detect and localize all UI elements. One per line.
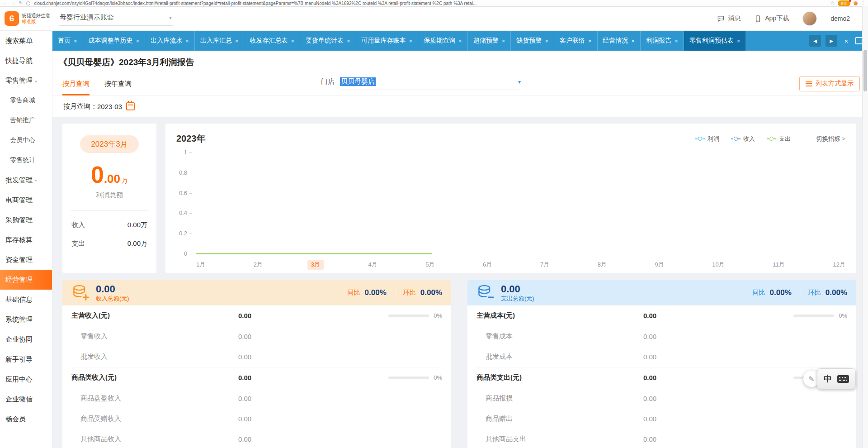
list-display-toggle-button[interactable]: 列表方式显示 xyxy=(799,76,860,91)
store-select-value: 贝贝母婴店 xyxy=(340,77,376,86)
messages-button[interactable]: 消息 xyxy=(717,14,741,23)
sidebar-item-0[interactable]: 搜索菜单 xyxy=(0,31,52,51)
summary-income-value: 0.00万 xyxy=(127,221,147,229)
page-tab[interactable]: 收发存汇总表 × xyxy=(244,31,300,51)
chevron-down-icon: ▾ xyxy=(169,14,172,21)
sidebar-item-9[interactable]: 采购管理 xyxy=(0,210,52,230)
browser-refresh-icon[interactable]: ↻ xyxy=(19,1,23,5)
page-tab[interactable]: 出入库汇总 × xyxy=(195,31,245,51)
calendar-icon[interactable] xyxy=(126,102,135,110)
tab-close-icon[interactable]: × xyxy=(185,38,189,44)
sidebar-item-4[interactable]: 营销推广 xyxy=(0,110,52,130)
row-value: 0.00 xyxy=(643,333,847,340)
row-label: 主营收入(元) xyxy=(71,311,238,320)
tab-close-icon[interactable]: × xyxy=(588,38,592,44)
site-info-icon[interactable] xyxy=(26,1,30,5)
x-axis-label: 1月 xyxy=(196,260,205,270)
sidebar-item-13[interactable]: 基础信息 xyxy=(0,290,52,310)
sidebar-item-19[interactable]: 畅会员 xyxy=(0,409,52,429)
page-tab[interactable]: 超储预警 × xyxy=(468,31,511,51)
legend-item[interactable]: 支出 xyxy=(767,135,791,143)
sidebar-item-label: 搜索菜单 xyxy=(5,37,33,45)
tab-scroll-right-button[interactable]: ▶ xyxy=(826,35,837,47)
keyboard-icon[interactable] xyxy=(837,375,849,383)
tab-close-icon[interactable]: × xyxy=(291,38,294,44)
scrollbar-thumb[interactable] xyxy=(863,50,867,91)
legend-item[interactable]: 利润 xyxy=(695,135,719,143)
browser-forward-icon[interactable]: → xyxy=(11,1,15,5)
query-tab-yearly[interactable]: 按年查询 xyxy=(104,72,132,95)
ime-toolbar[interactable]: 中 xyxy=(817,368,856,389)
tab-close-icon[interactable]: × xyxy=(235,38,239,44)
x-axis-label: 3月 xyxy=(307,260,324,270)
page-tab[interactable]: 可用量库存账本 × xyxy=(356,31,419,51)
page-tab[interactable]: 利润报告 × xyxy=(641,31,684,51)
fullscreen-icon[interactable] xyxy=(855,37,863,44)
sidebar-item-5[interactable]: 会员中心 xyxy=(0,130,52,150)
browser-menu-icon[interactable]: ⋮ xyxy=(861,1,865,5)
query-tab-monthly[interactable]: 按月查询 xyxy=(62,72,90,95)
page-tab[interactable]: 缺货预警 × xyxy=(511,31,554,51)
sidebar-item-2[interactable]: 零售管理 ▴ xyxy=(0,71,52,91)
sidebar-item-18[interactable]: 企业微信 xyxy=(0,389,52,409)
bookmark-star-icon[interactable]: ☆ xyxy=(830,1,835,5)
page-tab[interactable]: 零售利润预估表 × xyxy=(684,31,746,51)
tab-close-icon[interactable]: × xyxy=(545,38,548,44)
row-label: 商品类支出(元) xyxy=(476,373,643,382)
sidebar-item-6[interactable]: 零售统计 xyxy=(0,150,52,170)
page-tab[interactable]: 客户联络 × xyxy=(554,31,598,51)
store-select[interactable]: 贝贝母婴店 ▾ xyxy=(340,77,521,90)
page-scrollbar[interactable] xyxy=(862,6,868,448)
sidebar-item-7[interactable]: 批发管理 ▾ xyxy=(0,170,52,190)
sidebar-item-14[interactable]: 系统管理 xyxy=(0,310,52,329)
tab-close-icon[interactable]: × xyxy=(136,38,140,44)
page-tab[interactable]: 成本调整单历史 × xyxy=(83,31,146,51)
sidebar-item-12[interactable]: 经营管理 xyxy=(0,270,52,290)
browser-profile-avatar[interactable] xyxy=(854,1,858,5)
sidebar-item-label: 电商管理 xyxy=(5,196,33,205)
x-axis-label: 5月 xyxy=(425,260,434,270)
address-bar[interactable]: cloud.chanjet.com/nsy/d4Goi74daqxn/iole3… xyxy=(34,1,827,6)
sidebar-item-10[interactable]: 库存核算 xyxy=(0,230,52,250)
sidebar-item-1[interactable]: 快捷导航 xyxy=(0,51,52,71)
tab-close-icon[interactable]: × xyxy=(502,38,505,44)
tab-scroll-left-button[interactable]: ◀ xyxy=(809,35,821,47)
chevron-down-icon: ▾ xyxy=(518,79,521,85)
user-avatar[interactable] xyxy=(802,11,817,26)
sidebar-item-label: 企业微信 xyxy=(5,395,33,404)
tab-close-icon[interactable]: × xyxy=(74,38,77,44)
chevron-right-icon: > xyxy=(842,135,845,142)
page-tab-label: 保质期查询 xyxy=(424,37,455,45)
page-tab[interactable]: 首页 × xyxy=(52,31,83,51)
tab-close-icon[interactable]: × xyxy=(409,38,413,44)
account-select[interactable]: 母婴行业演示账套 ▾ xyxy=(59,11,173,26)
sidebar-item-label: 零售管理 xyxy=(5,76,33,85)
tab-close-icon[interactable]: × xyxy=(347,38,350,44)
sidebar-item-label: 零售统计 xyxy=(10,156,35,164)
page-tab-label: 收发存汇总表 xyxy=(250,37,288,45)
sidebar-item-15[interactable]: 企业协同 xyxy=(0,329,52,349)
sidebar-item-8[interactable]: 电商管理 xyxy=(0,190,52,210)
sidebar-item-11[interactable]: 资金管理 xyxy=(0,250,52,270)
close-all-tabs-button[interactable]: × xyxy=(842,35,851,47)
tab-close-icon[interactable]: × xyxy=(737,38,741,44)
tab-close-icon[interactable]: × xyxy=(675,38,678,44)
sidebar-item-17[interactable]: 应用中心 xyxy=(0,369,52,389)
summary-income-row: 收入 0.00万 xyxy=(71,221,147,229)
page-tab[interactable]: 经营情况 × xyxy=(598,31,641,51)
sidebar-item-3[interactable]: 零售商城 xyxy=(0,91,52,110)
ime-language-indicator[interactable]: 中 xyxy=(824,373,832,384)
browser-update-button[interactable]: 更新 xyxy=(838,0,850,6)
page-tab[interactable]: 出入库流水 × xyxy=(145,31,195,51)
y-axis-label: 1 xyxy=(184,149,192,156)
browser-back-icon[interactable]: ← xyxy=(3,1,7,5)
chevron-icon: ▾ xyxy=(35,178,37,183)
sidebar-item-16[interactable]: 新手引导 xyxy=(0,349,52,369)
switch-indicator-button[interactable]: 切换指标> xyxy=(816,135,845,143)
tab-close-icon[interactable]: × xyxy=(632,38,635,44)
page-tab[interactable]: 保质期查询 × xyxy=(418,31,468,51)
tab-close-icon[interactable]: × xyxy=(458,38,462,44)
page-tab[interactable]: 要货单统计表 × xyxy=(300,31,356,51)
legend-item[interactable]: 收入 xyxy=(731,135,755,143)
app-download-button[interactable]: App下载 xyxy=(754,14,789,23)
